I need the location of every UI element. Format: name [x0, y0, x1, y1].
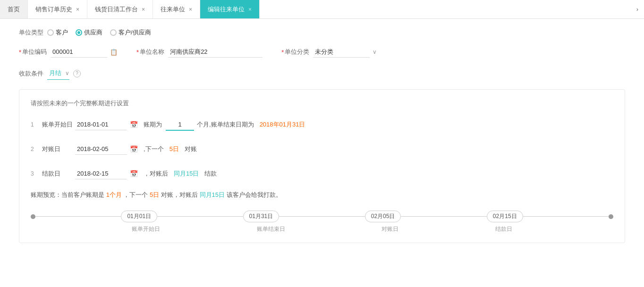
start-date-row: 1 账单开始日 📅 账期为 个月,账单结束日期为 2018年01月31日	[31, 117, 613, 132]
tab-cash-work[interactable]: 钱货日清工作台 ×	[87, 0, 153, 18]
radio-supplier[interactable]: 供应商	[76, 28, 102, 37]
unit-category-star: *	[281, 49, 284, 56]
timeline-node-3: 02月05日	[365, 211, 401, 222]
tab-partner-close[interactable]: ×	[189, 6, 192, 13]
tab-partner[interactable]: 往来单位 ×	[153, 0, 200, 18]
unit-type-radio-group: 客户 供应商 客户/供应商	[47, 28, 151, 37]
row-2-suffix: 对账	[185, 145, 197, 153]
unit-code-input[interactable]	[51, 46, 107, 58]
radio-both[interactable]: 客户/供应商	[110, 28, 151, 37]
radio-both-label: 客户/供应商	[119, 28, 151, 37]
timeline-line-1	[35, 216, 121, 217]
unit-type-group: 单位类型 客户 供应商 客户/供应商	[19, 28, 151, 37]
timeline-container: 01月01日 01月31日 02月05日 02月15日	[31, 211, 613, 233]
timeline-line-3	[279, 216, 364, 217]
unit-category-label: 单位分类	[285, 48, 309, 56]
row-2-title: 对账日	[42, 145, 75, 153]
unit-type-label: 单位类型	[19, 28, 43, 37]
row-3-title: 结款日	[42, 169, 75, 178]
row-3-suffix: 结款	[204, 169, 217, 178]
payment-select-wrapper[interactable]: 月结 ∨	[47, 67, 69, 80]
period-input[interactable]	[166, 119, 194, 131]
preview-sep1: ，下一个	[123, 191, 148, 198]
tab-cash-work-close[interactable]: ×	[142, 6, 145, 13]
reconcile-date-calendar-icon[interactable]: 📅	[130, 145, 138, 153]
unit-category-select-wrapper: ∨	[313, 46, 377, 58]
row-1-separator: 账期为	[144, 120, 162, 129]
panel-description: 请按照未来的一个完整帐期进行设置	[31, 99, 613, 108]
unit-name-input[interactable]	[168, 46, 263, 58]
unit-category-group: * 单位分类 ∨	[281, 46, 377, 58]
row-2-num: 2	[31, 146, 42, 152]
unit-name-group: * 单位名称	[136, 46, 263, 58]
tab-sales-history-close[interactable]: ×	[76, 6, 79, 13]
payment-date-calendar-icon[interactable]: 📅	[130, 170, 138, 177]
row-1-num: 1	[31, 121, 42, 128]
unit-info-row: * 单位编码 📋 * 单位名称 * 单位分类 ∨	[19, 46, 625, 58]
timeline: 01月01日 01月31日 02月05日 02月15日	[31, 211, 613, 233]
row-1-title: 账单开始日	[42, 120, 75, 129]
payment-date-input[interactable]	[75, 168, 127, 179]
row-3-prefix: ，对账后	[144, 169, 168, 178]
timeline-line-2	[157, 216, 243, 217]
preview-month-day: 同月15日	[200, 191, 225, 198]
tab-sales-history[interactable]: 销售订单历史 ×	[28, 0, 87, 18]
payment-row: 收款条件 月结 ∨ ?	[19, 67, 625, 80]
tab-edit-partner-close[interactable]: ×	[248, 6, 252, 13]
unit-name-label: 单位名称	[140, 48, 164, 56]
timeline-start-dot	[31, 214, 35, 219]
tab-home[interactable]: 首页	[0, 0, 28, 18]
tab-bar: 首页 销售订单历史 × 钱货日清工作台 × 往来单位 × 编辑往来单位 × ›	[0, 0, 644, 19]
unit-category-input[interactable]	[313, 46, 370, 58]
radio-customer-label: 客户	[56, 28, 68, 37]
timeline-end-dot	[609, 214, 613, 219]
payment-label: 收款条件	[19, 69, 43, 78]
timeline-label-2: 账单结束日	[257, 225, 285, 233]
help-icon[interactable]: ?	[73, 70, 81, 77]
payment-group: 收款条件 月结 ∨ ?	[19, 67, 81, 80]
payment-select-value: 月结	[47, 67, 63, 79]
setting-panel: 请按照未来的一个完整帐期进行设置 1 账单开始日 📅 账期为 个月,账单结束日期…	[19, 89, 625, 243]
reconcile-date-input[interactable]	[75, 144, 127, 155]
row-2-prefix: ,下一个	[144, 145, 164, 153]
timeline-label-4: 结款日	[495, 225, 512, 233]
timeline-node-1: 01月01日	[121, 211, 157, 222]
unit-code-star: *	[19, 49, 21, 56]
radio-both-circle	[110, 29, 117, 36]
row-2-highlight: 5日	[169, 145, 179, 153]
tab-more-button[interactable]: ›	[631, 0, 644, 18]
unit-code-group: * 单位编码 📋	[19, 46, 118, 58]
timeline-node-4: 02月15日	[487, 211, 523, 222]
preview-period: 1个月	[106, 191, 122, 198]
preview-day: 5日	[150, 191, 159, 198]
timeline-label-3: 对账日	[381, 225, 398, 233]
start-date-calendar-icon[interactable]: 📅	[130, 121, 138, 128]
unit-type-row: 单位类型 客户 供应商 客户/供应商	[19, 28, 625, 37]
tab-edit-partner[interactable]: 编辑往来单位 ×	[200, 0, 260, 18]
radio-customer-circle	[47, 29, 54, 36]
timeline-badge-4: 02月15日	[487, 211, 523, 222]
timeline-label-1: 账单开始日	[132, 225, 160, 233]
chevron-right-icon: ›	[636, 6, 638, 13]
payment-date-row: 3 结款日 📅 ，对账后 同月15日 结款	[31, 166, 613, 181]
timeline-labels-row: 账单开始日 账单结束日 对账日 结款日	[31, 225, 613, 233]
unit-category-chevron-icon: ∨	[373, 49, 377, 55]
preview-sep2: 对账，对账后	[161, 191, 198, 198]
timeline-badge-3: 02月05日	[365, 211, 401, 222]
timeline-line-4	[401, 216, 486, 217]
reconcile-date-row: 2 对账日 📅 ,下一个 5日 对账	[31, 142, 613, 157]
timeline-badge-1: 01月01日	[121, 211, 157, 222]
row-1-end-date: 2018年01月31日	[260, 120, 305, 129]
copy-icon[interactable]: 📋	[110, 49, 118, 56]
payment-chevron-icon: ∨	[65, 70, 69, 76]
main-content: 单位类型 客户 供应商 客户/供应商 * 单位编码	[0, 19, 644, 287]
row-3-highlight: 同月15日	[174, 169, 199, 178]
radio-supplier-label: 供应商	[84, 28, 102, 37]
unit-code-label: 单位编码	[22, 48, 47, 56]
preview-suffix: 该客户会给我打款。	[227, 191, 282, 198]
start-date-input[interactable]	[75, 119, 127, 130]
timeline-badge-2: 01月31日	[243, 211, 280, 222]
radio-customer[interactable]: 客户	[47, 28, 68, 37]
unit-name-star: *	[136, 49, 139, 56]
row-3-num: 3	[31, 170, 42, 177]
